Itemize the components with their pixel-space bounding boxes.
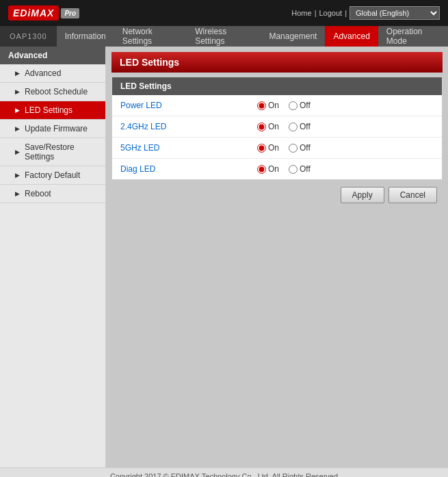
language-select[interactable]: Global (English) Chinese (Traditional) C… <box>350 6 440 20</box>
table-row: 5GHz LED On Off <box>112 138 442 159</box>
sidebar-label-reboot: Reboot <box>25 189 51 198</box>
sidebar-label-factory-default: Factory Default <box>25 170 80 180</box>
apply-button[interactable]: Apply <box>341 187 384 203</box>
sidebar-item-reboot[interactable]: ▶ Reboot <box>0 185 105 203</box>
power-led-on-label[interactable]: On <box>257 101 279 110</box>
sidebar: Advanced ▶ Advanced ▶ Reboot Schedule ▶ … <box>0 47 106 467</box>
nav-wireless-settings[interactable]: Wireless Settings <box>187 26 261 47</box>
logo-pro: Pro <box>61 8 79 18</box>
footer-text: Copyright 2017 © EDIMAX Technology Co., … <box>110 472 338 477</box>
sidebar-item-reboot-schedule[interactable]: ▶ Reboot Schedule <box>0 83 105 101</box>
cancel-button[interactable]: Cancel <box>388 187 437 203</box>
footer: Copyright 2017 © EDIMAX Technology Co., … <box>0 467 448 477</box>
2ghz-led-radio-group: On Off <box>257 122 434 131</box>
diag-led-on-label[interactable]: On <box>257 164 279 174</box>
power-led-radio-group: On Off <box>257 101 434 110</box>
led-settings-table: Power LED On Off <box>112 95 442 179</box>
nav-items: Information Network Settings Wireless Se… <box>57 26 448 47</box>
2ghz-led-label: 2.4GHz LED <box>112 116 249 138</box>
diag-led-label: Diag LED <box>112 159 249 180</box>
2ghz-led-on-label[interactable]: On <box>257 122 279 131</box>
page-title: LED Settings <box>111 52 443 73</box>
sidebar-label-advanced: Advanced <box>25 68 61 78</box>
diag-led-off-radio[interactable] <box>289 165 298 174</box>
logout-link[interactable]: Logout <box>319 9 342 17</box>
2ghz-led-off-label[interactable]: Off <box>289 122 311 131</box>
chevron-right-icon: ▶ <box>15 107 20 114</box>
sidebar-label-update-firmware: Update Firmware <box>25 124 88 133</box>
sidebar-item-advanced[interactable]: ▶ Advanced <box>0 64 105 83</box>
2ghz-led-off-radio[interactable] <box>289 123 298 131</box>
5ghz-led-radio-group: On Off <box>257 143 434 153</box>
table-row: Power LED On Off <box>112 95 442 116</box>
diag-led-radio-group: On Off <box>257 164 434 174</box>
chevron-right-icon: ▶ <box>15 125 20 132</box>
sidebar-label-led-settings: LED Settings <box>25 105 73 115</box>
table-row: Diag LED On Off <box>112 159 442 180</box>
table-row: 2.4GHz LED On Off <box>112 116 442 138</box>
sidebar-item-led-settings[interactable]: ▶ LED Settings <box>0 101 105 120</box>
content-area: LED Settings LED Settings Power LED On <box>106 47 448 467</box>
settings-panel-header: LED Settings <box>112 77 442 95</box>
power-led-label: Power LED <box>112 95 249 116</box>
nav-management[interactable]: Management <box>261 26 325 47</box>
2ghz-led-on-radio[interactable] <box>257 123 266 131</box>
navbar: OAP1300 Information Network Settings Wir… <box>0 26 448 47</box>
sidebar-item-save-restore[interactable]: ▶ Save/Restore Settings <box>0 138 105 166</box>
sidebar-header: Advanced <box>0 47 105 64</box>
nav-operation-mode[interactable]: Operation Mode <box>378 26 448 47</box>
logo-area: EDiMAX Pro <box>8 5 79 21</box>
main-layout: Advanced ▶ Advanced ▶ Reboot Schedule ▶ … <box>0 47 448 467</box>
chevron-right-icon: ▶ <box>15 88 20 95</box>
sidebar-label-save-restore: Save/Restore Settings <box>25 142 98 162</box>
header-right: Home | Logout | Global (English) Chinese… <box>291 6 440 20</box>
button-row: Apply Cancel <box>111 180 443 210</box>
sidebar-label-reboot-schedule: Reboot Schedule <box>25 87 88 96</box>
home-link[interactable]: Home <box>291 9 311 17</box>
nav-network-settings[interactable]: Network Settings <box>114 26 187 47</box>
header: EDiMAX Pro Home | Logout | Global (Engli… <box>0 0 448 26</box>
5ghz-led-on-label[interactable]: On <box>257 143 279 153</box>
power-led-off-radio[interactable] <box>289 101 298 110</box>
5ghz-led-off-label[interactable]: Off <box>289 143 311 153</box>
chevron-right-icon: ▶ <box>15 149 20 155</box>
diag-led-on-radio[interactable] <box>257 165 266 174</box>
chevron-right-icon: ▶ <box>15 70 20 77</box>
5ghz-led-label: 5GHz LED <box>112 138 249 159</box>
diag-led-off-label[interactable]: Off <box>289 164 311 174</box>
sidebar-item-update-firmware[interactable]: ▶ Update Firmware <box>0 120 105 138</box>
chevron-right-icon: ▶ <box>15 190 20 197</box>
5ghz-led-off-radio[interactable] <box>289 144 298 153</box>
chevron-right-icon: ▶ <box>15 172 20 179</box>
nav-information[interactable]: Information <box>57 26 114 47</box>
settings-panel: LED Settings Power LED On Off <box>111 77 443 180</box>
sidebar-item-factory-default[interactable]: ▶ Factory Default <box>0 166 105 185</box>
device-name: OAP1300 <box>0 26 57 47</box>
logo-text: EDiMAX <box>8 5 59 21</box>
nav-advanced[interactable]: Advanced <box>325 26 378 47</box>
power-led-off-label[interactable]: Off <box>289 101 311 110</box>
5ghz-led-on-radio[interactable] <box>257 144 266 153</box>
power-led-on-radio[interactable] <box>257 101 266 110</box>
